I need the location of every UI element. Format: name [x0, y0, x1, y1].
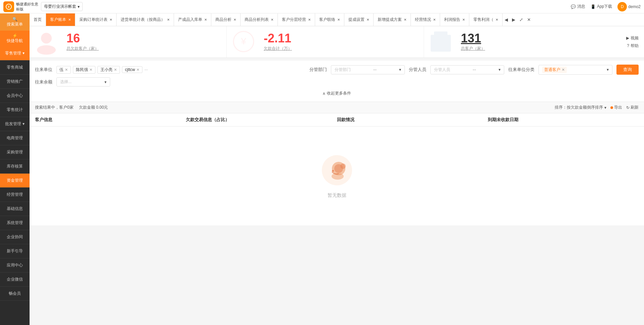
search-icon: 🔍 — [2, 17, 28, 22]
category-tag-close[interactable]: ✕ — [562, 68, 565, 72]
account-selector[interactable]: 母婴行业演示帐套 ▾ — [41, 2, 83, 11]
tab-close-tier[interactable]: ✕ — [308, 18, 311, 22]
unit-tag-wang-close[interactable]: ✕ — [114, 68, 117, 72]
tab-close-inbound[interactable]: ✕ — [204, 18, 207, 22]
tab-close-ops[interactable]: ✕ — [433, 18, 436, 22]
sidebar-item-retail[interactable]: 零售管理 ▾ — [0, 46, 30, 61]
sidebar-item-wholesale[interactable]: 批发管理 ▾ — [0, 117, 30, 131]
tab-retail-profit[interactable]: 零售利润（ ✕ — [469, 13, 503, 26]
unit-tag-wu-close[interactable]: ✕ — [65, 68, 68, 72]
svg-point-13 — [332, 170, 334, 172]
message-btn[interactable]: 💬 消息 — [571, 4, 585, 9]
tab-nav-next[interactable]: ▶ — [510, 13, 517, 26]
sidebar-quick-nav[interactable]: ⚡ 快捷导航 — [0, 31, 30, 46]
person-select[interactable]: 分管人员 ··· ▾ — [430, 65, 504, 74]
tab-operations[interactable]: 经营情况 ✕ — [411, 13, 440, 26]
collapse-icon: ∧ — [323, 91, 326, 96]
tab-purchase-order[interactable]: 采购订单统计表 ✕ — [75, 13, 117, 26]
tab-commission-setting[interactable]: 提成设置 ✕ — [344, 13, 374, 26]
empty-state: 暂无数据 — [30, 127, 644, 225]
stat-label-total: 总客户（家） — [461, 46, 485, 51]
logo-area: ¥ 畅捷通好生意 标版 — [3, 1, 38, 12]
tab-close-scheme[interactable]: ✕ — [404, 18, 406, 22]
tab-close-commission[interactable]: ✕ — [367, 18, 369, 22]
unit-tag-cjttcw-close[interactable]: ✕ — [136, 68, 139, 72]
tab-close-product-analysis[interactable]: ✕ — [233, 18, 236, 22]
export-btn[interactable]: 导出 — [610, 105, 622, 110]
refresh-icon: ↻ — [626, 105, 630, 110]
sidebar-item-basic-info[interactable]: 基础信息 — [0, 202, 30, 216]
app-download-btn[interactable]: 📱 App下载 — [591, 4, 612, 9]
table-header: 客户信息 欠款交易信息（占比） 回款情况 到期未收款日期 — [30, 113, 644, 127]
logo-text: 畅捷通好生意 标版 — [16, 2, 38, 11]
tab-product-analysis-list[interactable]: 商品分析列表 ✕ — [241, 13, 278, 26]
tab-maximize[interactable]: ⤢ — [517, 13, 525, 26]
result-actions: 排序：按欠款金额倒序排序 ▾ 导出 ↻ 刷新 — [555, 105, 639, 110]
tab-close-purchase[interactable]: ✕ — [110, 18, 112, 22]
sidebar-item-retail-stats[interactable]: 零售统计 — [0, 103, 30, 117]
tab-close-customer-ledger[interactable]: ✕ — [68, 18, 71, 22]
video-btn[interactable]: ▶ 视频 — [626, 35, 639, 41]
message-icon: 💬 — [571, 4, 576, 9]
tab-close-product-list[interactable]: ✕ — [271, 18, 273, 22]
sidebar-item-new-guide[interactable]: 新手引导 — [0, 244, 30, 258]
tab-close-all[interactable]: ✕ — [525, 13, 533, 26]
tab-customer-contact[interactable]: 客户联络 ✕ — [315, 13, 344, 26]
help-btn[interactable]: ? 帮助 — [627, 43, 639, 49]
sidebar-item-member-center[interactable]: 会员中心 — [0, 89, 30, 103]
person-label: 分管人员 — [409, 67, 426, 73]
collapse-btn[interactable]: ∧ 收起更多条件 — [35, 89, 639, 98]
refresh-btn[interactable]: ↻ 刷新 — [626, 105, 639, 110]
sidebar-item-inventory[interactable]: 库存核算 — [0, 159, 30, 174]
page-content: 16 总欠款客户（家） ¥ -2.11 欠款合计（万） — [30, 26, 644, 325]
tab-customer-tier[interactable]: 客户分层经营 ✕ — [278, 13, 315, 26]
sidebar-search[interactable]: 🔍 搜索菜单 — [0, 13, 30, 31]
tab-close-retail-profit[interactable]: ✕ — [496, 18, 498, 22]
unit-tag-wang: 王小亮✕ — [97, 66, 120, 74]
export-dot-icon — [610, 106, 613, 109]
sidebar-item-retail-mall[interactable]: 零售商城 — [0, 61, 30, 75]
header-left: ¥ 畅捷通好生意 标版 母婴行业演示帐套 ▾ — [3, 1, 83, 12]
tab-product-analysis[interactable]: 商品分析 ✕ — [211, 13, 241, 26]
tab-product-inbound[interactable]: 产成品入库单 ✕ — [174, 13, 211, 26]
collapse-area: ∧ 收起更多条件 — [35, 89, 639, 98]
main-layout: 🔍 搜索菜单 ⚡ 快捷导航 零售管理 ▾ 零售商城 营销推广 会员中心 零售统计… — [0, 13, 644, 325]
query-button[interactable]: 查询 — [616, 65, 639, 75]
user-area[interactable]: D demo2 — [617, 2, 641, 11]
unit-tag-chen-close[interactable]: ✕ — [89, 68, 92, 72]
sidebar-item-finance[interactable]: 资金管理 — [0, 174, 30, 188]
category-tag-normal: 普通客户 ✕ — [542, 67, 567, 73]
unit-tag-chen: 陈民强✕ — [73, 66, 95, 74]
tab-close-stock[interactable]: ✕ — [167, 18, 170, 22]
sidebar-item-operations[interactable]: 经营管理 — [0, 188, 30, 202]
tab-close-profit[interactable]: ✕ — [462, 18, 465, 22]
sort-select[interactable]: 排序：按欠款金额倒序排序 ▾ — [555, 105, 606, 110]
result-bar: 搜索结果中，客户0家 欠款金额 0.00元 排序：按欠款金额倒序排序 ▾ 导出 … — [30, 102, 644, 113]
stat-label-customers: 总欠款客户（家） — [67, 46, 99, 51]
filter-area: 往来单位 伍✕ 陈民强✕ 王小亮✕ cjttcw✕ — [30, 61, 644, 102]
tab-customer-ledger[interactable]: 客户账本 ✕ — [46, 13, 75, 26]
tab-nav-prev[interactable]: ◀ — [503, 13, 510, 26]
sidebar-item-system[interactable]: 系统管理 — [0, 216, 30, 230]
sidebar-item-enterprise-wechat[interactable]: 企业微信 — [0, 273, 30, 287]
tab-close-contact[interactable]: ✕ — [337, 18, 340, 22]
help-icon: ? — [627, 43, 629, 48]
tab-home[interactable]: 首页 — [30, 13, 46, 26]
sidebar-item-ecommerce[interactable]: 电商管理 — [0, 131, 30, 145]
remainder-select[interactable]: 选择... ▾ — [56, 77, 110, 86]
sidebar-item-marketing[interactable]: 营销推广 — [0, 75, 30, 89]
top-header: ¥ 畅捷通好生意 标版 母婴行业演示帐套 ▾ 💬 消息 📱 App下载 D de… — [0, 0, 644, 13]
header-right: 💬 消息 📱 App下载 D demo2 — [571, 2, 641, 11]
sidebar-item-chang-member[interactable]: 畅会员 — [0, 287, 30, 301]
unit-more[interactable]: ··· — [144, 67, 148, 72]
tab-new-scheme[interactable]: 新增提成方案 ✕ — [374, 13, 411, 26]
tab-stock-by-product[interactable]: 进货单统计表（按商品） ✕ — [117, 13, 174, 26]
tab-profit-report[interactable]: 利润报告 ✕ — [440, 13, 469, 26]
sidebar-item-enterprise-collab[interactable]: 企业协同 — [0, 230, 30, 244]
stat-card-total: 131 总客户（家） — [424, 26, 621, 58]
category-select[interactable]: 普通客户 ✕ ▾ — [539, 65, 612, 75]
dept-select[interactable]: 分管部门 ··· ▾ — [331, 65, 405, 74]
sidebar-item-purchase[interactable]: 采购管理 — [0, 145, 30, 159]
sidebar-item-app-center[interactable]: 应用中心 — [0, 258, 30, 273]
svg-point-12 — [340, 164, 346, 169]
